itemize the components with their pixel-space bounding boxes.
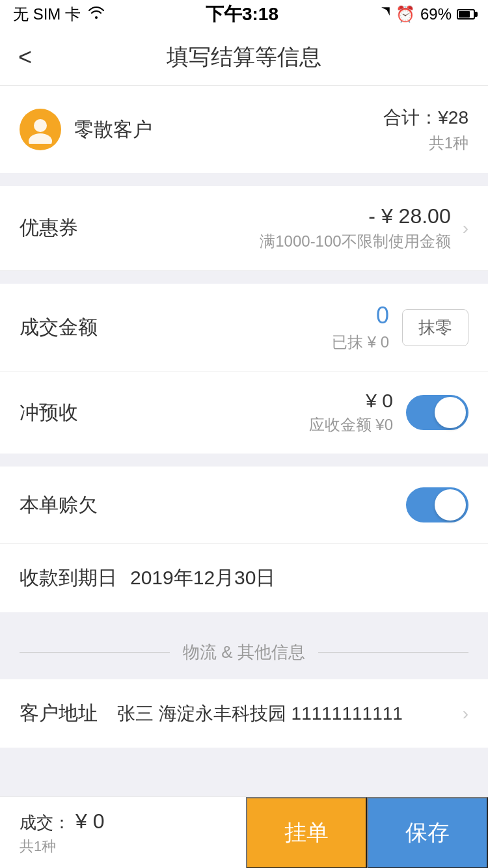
- coupon-row[interactable]: 优惠券 - ¥ 28.00 满1000-100不限制使用金额 ›: [0, 186, 488, 271]
- prepay-row: 冲预收 ¥ 0 应收金额 ¥0: [0, 372, 488, 454]
- credit-toggle[interactable]: [406, 487, 468, 522]
- status-bar: 无 SIM 卡 下午3:18 ⏰ 69%: [0, 0, 488, 29]
- credit-row: 本单赊欠: [0, 467, 488, 543]
- content: 零散客户 合计：¥28 共1种 优惠券 - ¥ 28.00 满1000-100不…: [0, 86, 488, 852]
- svg-point-1: [29, 133, 52, 144]
- amount-col: 0 已抹 ¥ 0: [332, 302, 389, 353]
- battery-icon: [457, 9, 475, 20]
- battery-percent: 69%: [420, 5, 452, 23]
- coupon-right: - ¥ 28.00 满1000-100不限制使用金额 ›: [260, 204, 468, 252]
- carrier-text: 无 SIM 卡: [13, 4, 81, 25]
- prepay-sub: 应收金额 ¥0: [309, 414, 393, 435]
- status-time: 下午3:18: [206, 2, 278, 27]
- discount-value: - ¥ 28.00: [260, 204, 450, 228]
- gap-1: [0, 173, 488, 186]
- customer-avatar: [20, 109, 61, 150]
- coupon-chevron-icon: ›: [463, 218, 468, 239]
- transaction-row: 成交金额 0 已抹 ¥ 0 抹零: [0, 284, 488, 372]
- round-off-button[interactable]: 抹零: [402, 309, 468, 346]
- gap-3: [0, 454, 488, 467]
- prepay-toggle[interactable]: [406, 395, 468, 430]
- nav-bar: < 填写结算等信息: [0, 29, 488, 86]
- gap-5: [0, 748, 488, 774]
- bottom-count: 共1种: [20, 837, 226, 856]
- bottom-bar: 成交： ¥ 0 共1种 挂单 保存: [0, 796, 488, 868]
- wifi-icon: [87, 5, 105, 23]
- coupon-info: - ¥ 28.00 满1000-100不限制使用金额: [260, 204, 450, 252]
- due-date-label: 收款到期日: [20, 565, 117, 591]
- due-date-value: 2019年12月30日: [130, 565, 275, 591]
- back-button[interactable]: <: [18, 44, 32, 71]
- prepay-col: ¥ 0 应收金额 ¥0: [309, 390, 393, 435]
- bottom-info: 成交： ¥ 0 共1种: [0, 809, 246, 856]
- location-icon: [379, 5, 390, 23]
- address-value: 张三 海淀永丰科技园 11111111111: [117, 701, 457, 726]
- logistics-text: 物流 & 其他信息: [183, 641, 305, 664]
- address-chevron-icon: ›: [463, 703, 468, 724]
- transaction-value: 0: [376, 302, 389, 329]
- customer-left: 零散客户: [20, 109, 152, 150]
- total-amount: 合计：¥28: [383, 105, 468, 130]
- logistics-line-left: [20, 652, 170, 653]
- customer-name: 零散客户: [74, 116, 152, 143]
- logistics-section: 物流 & 其他信息: [0, 625, 488, 679]
- save-button[interactable]: 保存: [367, 797, 488, 869]
- svg-point-0: [34, 119, 47, 132]
- gap-2: [0, 271, 488, 284]
- bottom-transaction-value: ¥ 0: [75, 809, 104, 834]
- status-left: 无 SIM 卡: [13, 4, 105, 25]
- coupon-label: 优惠券: [20, 215, 78, 241]
- toggle-knob: [435, 397, 466, 428]
- customer-section: 零散客户 合计：¥28 共1种: [0, 86, 488, 173]
- credit-toggle-knob: [435, 489, 466, 521]
- discount-desc: 满1000-100不限制使用金额: [260, 231, 450, 252]
- total-count: 共1种: [383, 133, 468, 154]
- transaction-sub: 已抹 ¥ 0: [332, 332, 389, 353]
- bottom-transaction-label: 成交：: [20, 811, 70, 834]
- status-right: ⏰ 69%: [379, 5, 475, 23]
- due-date-row: 收款到期日 2019年12月30日: [0, 543, 488, 612]
- bottom-transaction-line: 成交： ¥ 0: [20, 809, 226, 834]
- prepay-value: ¥ 0: [366, 390, 393, 412]
- alarm-icon: ⏰: [396, 5, 415, 23]
- customer-right: 合计：¥28 共1种: [383, 105, 468, 154]
- page-title: 填写结算等信息: [167, 42, 321, 72]
- credit-label: 本单赊欠: [20, 492, 98, 519]
- logistics-line-right: [318, 652, 468, 653]
- address-row[interactable]: 客户地址 张三 海淀永丰科技园 11111111111 ›: [0, 679, 488, 748]
- address-label: 客户地址: [20, 700, 98, 727]
- address-right: ›: [457, 703, 468, 724]
- gap-4: [0, 612, 488, 625]
- transaction-label: 成交金额: [20, 314, 98, 341]
- pending-button[interactable]: 挂单: [246, 797, 367, 869]
- prepay-label: 冲预收: [20, 400, 78, 426]
- prepay-right: ¥ 0 应收金额 ¥0: [309, 390, 468, 435]
- transaction-right: 0 已抹 ¥ 0 抹零: [332, 302, 468, 353]
